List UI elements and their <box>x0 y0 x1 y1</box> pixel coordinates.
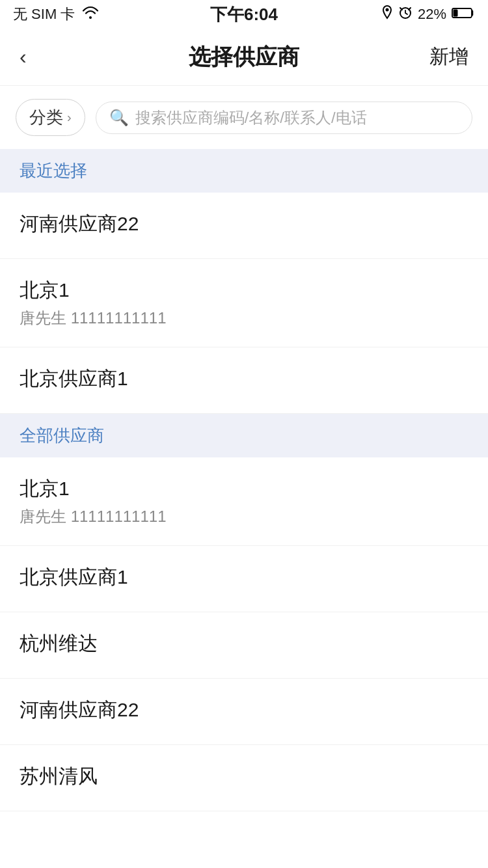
all-list-item[interactable]: 北京供应商1 <box>0 546 488 612</box>
category-button[interactable]: 分类 › <box>16 99 85 136</box>
recent-list-item[interactable]: 北京1唐先生 11111111111 <box>0 259 488 347</box>
status-bar: 无 SIM 卡 下午6:04 22% <box>0 0 488 29</box>
item-name: 北京供应商1 <box>20 564 468 591</box>
recent-section-label: 最近选择 <box>20 161 87 180</box>
item-name: 河南供应商22 <box>20 211 468 237</box>
chevron-right-icon: › <box>67 110 72 125</box>
item-name: 北京1 <box>20 277 468 304</box>
svg-rect-3 <box>454 10 458 17</box>
battery-text: 22% <box>418 6 446 23</box>
svg-point-0 <box>385 8 388 12</box>
carrier-text: 无 SIM 卡 <box>13 5 75 24</box>
nav-bar: ‹ 选择供应商 新增 <box>0 29 488 86</box>
battery-icon <box>452 6 475 23</box>
status-bar-right: 22% <box>381 5 475 23</box>
all-list-item[interactable]: 河南供应商22 <box>0 679 488 745</box>
recent-list-item[interactable]: 河南供应商22 <box>0 193 488 259</box>
alarm-icon <box>398 5 413 23</box>
status-bar-time: 下午6:04 <box>210 3 278 26</box>
category-label: 分类 <box>29 106 63 129</box>
filter-bar: 分类 › 🔍 <box>0 86 488 149</box>
wifi-icon <box>81 6 100 23</box>
item-name: 北京供应商1 <box>20 366 468 392</box>
recent-list: 河南供应商22北京1唐先生 11111111111北京供应商1 <box>0 193 488 414</box>
item-name: 北京1 <box>20 476 468 502</box>
search-input[interactable] <box>135 109 459 127</box>
all-list-item[interactable]: 苏州清风 <box>0 745 488 811</box>
item-name: 河南供应商22 <box>20 697 468 724</box>
page-title: 选择供应商 <box>189 42 299 72</box>
status-bar-left: 无 SIM 卡 <box>13 5 100 24</box>
add-button[interactable]: 新增 <box>429 44 468 70</box>
item-sub: 唐先生 11111111111 <box>20 308 468 329</box>
all-section-label: 全部供应商 <box>20 426 104 445</box>
item-sub: 唐先生 11111111111 <box>20 506 468 527</box>
item-name: 苏州清风 <box>20 763 468 790</box>
recent-section-header: 最近选择 <box>0 149 488 193</box>
search-box[interactable]: 🔍 <box>96 102 472 134</box>
all-section-header: 全部供应商 <box>0 414 488 457</box>
recent-list-item[interactable]: 北京供应商1 <box>0 347 488 414</box>
all-list-item[interactable]: 杭州维达 <box>0 612 488 679</box>
back-button[interactable]: ‹ <box>20 45 59 69</box>
item-name: 杭州维达 <box>20 631 468 657</box>
search-icon: 🔍 <box>109 109 129 127</box>
all-list-item[interactable]: 北京1唐先生 11111111111 <box>0 457 488 546</box>
all-list: 北京1唐先生 11111111111北京供应商1杭州维达河南供应商22苏州清风 <box>0 457 488 811</box>
location-icon <box>381 5 393 23</box>
